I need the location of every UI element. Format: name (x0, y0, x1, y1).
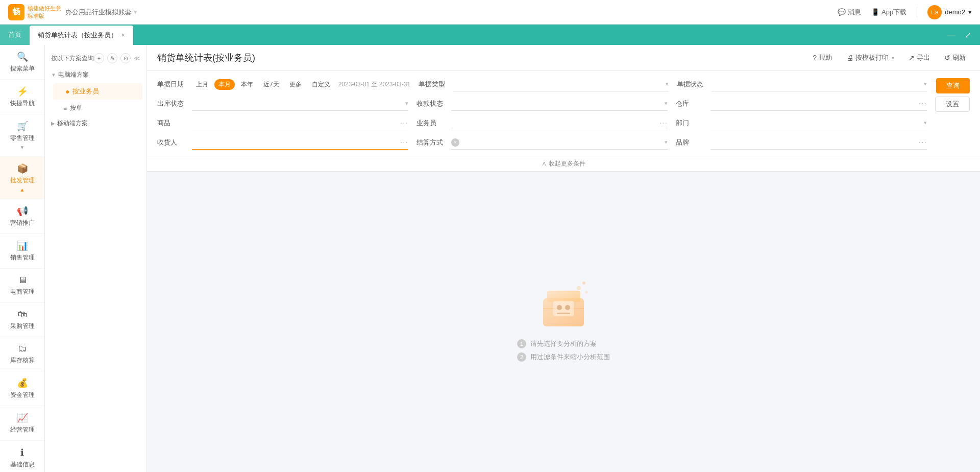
tab-minimize-button[interactable]: — (945, 29, 958, 41)
sidebar-item-finance[interactable]: 💰 资金管理 (0, 371, 44, 406)
sidebar-item-quicknav[interactable]: ⚡ 快捷导航 (0, 80, 44, 114)
user-menu[interactable]: Ea demo2 ▾ (927, 5, 972, 19)
svg-point-8 (565, 305, 570, 310)
warehouse-control[interactable]: ··· (710, 97, 927, 111)
tab-expand-button[interactable]: ⤢ (962, 29, 974, 41)
product-label: 商品 (157, 119, 188, 128)
consignee-control[interactable]: ··· (192, 135, 408, 150)
filter-area: 单据日期 上月 本月 本年 近7天 更多 自定义 (147, 71, 980, 156)
doc-status-label: 单据状态 (677, 80, 707, 89)
doc-type-control[interactable]: ▾ (453, 77, 669, 91)
sidebar-item-basic[interactable]: ℹ 基础信息 (0, 441, 44, 472)
print-dropdown-arrow: ▾ (892, 55, 894, 61)
brand-control[interactable]: ··· (710, 135, 927, 150)
scheme-item-by-order[interactable]: ≡ 按单 (53, 101, 142, 115)
date-label: 单据日期 (157, 80, 188, 89)
sidebar-label-ecommerce: 电商管理 (10, 288, 35, 296)
department-control[interactable]: ▾ (710, 116, 927, 130)
svg-point-7 (557, 305, 562, 310)
collect-status-control[interactable]: ▾ (451, 97, 668, 111)
app-download-button[interactable]: 📱 App下载 (871, 8, 906, 17)
collect-status-label: 收款状态 (416, 99, 447, 108)
empty-hint-1: 1 请先选择要分析的方案 (517, 339, 610, 348)
tab-home[interactable]: 首页 (0, 25, 30, 45)
message-button[interactable]: 💬 消息 (838, 8, 861, 17)
filter-rows-left: 单据日期 上月 本月 本年 近7天 更多 自定义 (157, 77, 927, 150)
brand-dots[interactable]: ··· (919, 138, 927, 147)
salesperson-label: 业务员 (416, 119, 447, 128)
department-arrow: ▾ (924, 120, 927, 126)
sidebar-label-operations: 经营管理 (10, 426, 35, 434)
date-tab-this-month[interactable]: 本月 (214, 79, 235, 90)
settlement-control[interactable]: × ▾ (451, 135, 668, 150)
print-button[interactable]: 🖨 按模板打印 ▾ (842, 51, 898, 64)
date-tab-custom[interactable]: 自定义 (308, 79, 334, 90)
out-status-control[interactable]: ▾ (192, 97, 408, 111)
sidebar-item-sales[interactable]: 📊 销售管理 (0, 234, 44, 269)
date-tab-last-month[interactable]: 上月 (192, 79, 212, 90)
sidebar-item-purchase[interactable]: 🛍 采购管理 (0, 303, 44, 337)
tab-sales-stat[interactable]: 销货单统计表（按业务员） × (30, 26, 133, 45)
tabs-bar: 首页 销货单统计表（按业务员） × — ⤢ (0, 25, 980, 45)
collapse-bar[interactable]: ∧ 收起更多条件 (147, 156, 980, 172)
desktop-scheme-children: ● 按业务员 ≡ 按单 (47, 83, 144, 115)
filter-edit2-button[interactable]: ⊙ (120, 53, 131, 63)
scheme-group-mobile: ▶ 移动端方案 (45, 116, 146, 131)
collapse-icon: ∧ (542, 160, 547, 167)
product-dots[interactable]: ··· (400, 119, 408, 128)
sidebar-item-inventory[interactable]: 🗂 库存核算 (0, 337, 44, 371)
sidebar-item-retail[interactable]: 🛒 零售管理 ▼ (0, 114, 44, 157)
retail-icon: 🛒 (17, 121, 28, 132)
message-icon: 💬 (838, 8, 846, 16)
filter-actions: + ✎ ⊙ ≪ (94, 53, 140, 63)
tab-close-icon[interactable]: × (121, 32, 125, 39)
filter-panel: 按以下方案查询 + ✎ ⊙ ≪ ▼ 电脑端方案 ● (45, 45, 147, 472)
warehouse-dots[interactable]: ··· (919, 99, 927, 108)
department-label: 部门 (676, 119, 706, 128)
refresh-icon: ↺ (944, 54, 950, 62)
salesperson-control[interactable]: ··· (451, 116, 668, 130)
salesperson-dots[interactable]: ··· (659, 119, 668, 128)
consignee-filter: 收货人 ··· (157, 135, 408, 150)
help-button[interactable]: ? 帮助 (808, 51, 836, 64)
date-tab-7days[interactable]: 近7天 (259, 79, 283, 90)
date-tab-this-year[interactable]: 本年 (237, 79, 257, 90)
doc-status-filter: 单据状态 ▾ (677, 77, 927, 91)
order-scheme-icon: ≡ (63, 105, 67, 112)
desktop-scheme-label: 电脑端方案 (58, 70, 89, 79)
sidebar-item-wholesale[interactable]: 📦 批发管理 ▲ (0, 157, 44, 199)
filter-panel-title: 按以下方案查询 (51, 54, 94, 63)
sidebar-item-search[interactable]: 🔍 搜索菜单 (0, 45, 44, 80)
product-control[interactable]: ··· (192, 116, 408, 130)
filter-collapse-icon[interactable]: ≪ (134, 55, 140, 62)
consignee-dots[interactable]: ··· (400, 138, 408, 147)
query-button[interactable]: 查询 (936, 78, 970, 93)
breadcrumb-sep: ▾ (134, 8, 137, 16)
date-filter: 上月 本月 本年 近7天 更多 自定义 2023-03-01 至 2023-03… (192, 79, 410, 90)
page-title: 销货单统计表(按业务员) (157, 52, 255, 64)
scheme-item-by-salesperson[interactable]: ● 按业务员 (53, 83, 142, 100)
sidebar-item-ecommerce[interactable]: 🖥 电商管理 (0, 269, 44, 303)
sidebar-item-marketing[interactable]: 📢 营销推广 (0, 199, 44, 234)
scheme-group-desktop-header[interactable]: ▼ 电脑端方案 (47, 67, 144, 82)
content-area: 按以下方案查询 + ✎ ⊙ ≪ ▼ 电脑端方案 ● (45, 45, 980, 472)
filter-edit-button[interactable]: ✎ (107, 53, 117, 63)
date-range-text: 2023-03-01 至 2023-03-31 (338, 80, 410, 89)
export-button[interactable]: ↗ 导出 (904, 51, 934, 64)
settlement-label: 结算方式 (416, 138, 447, 147)
ecommerce-icon: 🖥 (18, 275, 27, 286)
scheme-group-mobile-header[interactable]: ▶ 移动端方案 (47, 116, 144, 131)
sidebar-label-finance: 资金管理 (10, 391, 35, 399)
settlement-clear-btn[interactable]: × (451, 138, 459, 147)
desktop-scheme-arrow: ▼ (51, 72, 56, 78)
date-tab-more[interactable]: 更多 (285, 79, 306, 90)
settings-button[interactable]: 设置 (935, 97, 970, 112)
filter-add-button[interactable]: + (94, 53, 104, 63)
brand-filter: 品牌 ··· (676, 135, 927, 150)
doc-status-control[interactable]: ▾ (712, 77, 927, 91)
refresh-button[interactable]: ↺ 刷新 (940, 51, 970, 64)
hint-text-1: 请先选择要分析的方案 (530, 339, 597, 348)
settlement-filter: 结算方式 × ▾ (416, 135, 668, 150)
hint-text-2: 用过滤条件来缩小分析范围 (530, 352, 610, 362)
sidebar-item-operations[interactable]: 📈 经营管理 (0, 406, 44, 441)
